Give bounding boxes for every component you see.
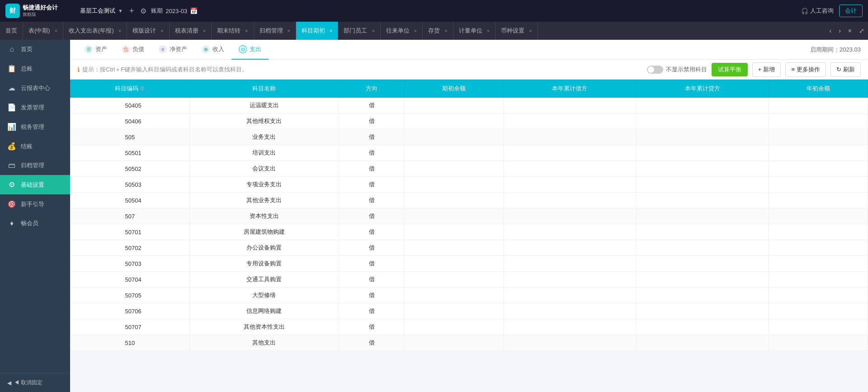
tab-template-label: 模版设计 [132, 27, 156, 35]
tab-template[interactable]: 模版设计 × [127, 22, 169, 40]
sidebar-item-checkout[interactable]: 💰 结账 [0, 137, 70, 156]
cell-direction: 借 [339, 177, 404, 193]
home-icon: ⌂ [7, 45, 16, 53]
table-row[interactable]: 50703 专用设备购置 借 [71, 256, 868, 272]
table-row[interactable]: 50701 房屋建筑物购建 借 [71, 224, 868, 240]
cell-direction: 借 [339, 193, 404, 208]
invoice-icon: 📄 [7, 103, 16, 112]
sub-tab-net-asset[interactable]: ≡ 净资产 [151, 40, 194, 60]
cell-year-opening [769, 145, 868, 161]
settings-icon[interactable]: ⚙ [140, 7, 146, 15]
tab-bs-period[interactable]: 表(中期) × [23, 22, 63, 40]
sidebar-item-ledger[interactable]: 📋 总账 [0, 59, 70, 78]
tab-dept-close[interactable]: × [372, 28, 374, 33]
support-button[interactable]: 🎧 人工咨询 [801, 7, 834, 15]
tab-unit-close[interactable]: × [487, 28, 490, 33]
sidebar-item-reports[interactable]: ☁ 云报表中心 [0, 78, 70, 98]
table-row[interactable]: 50503 专项业务支出 借 [71, 177, 868, 193]
refresh-icon: ↻ [836, 66, 841, 73]
tab-partner[interactable]: 往来单位 × [381, 22, 423, 40]
tab-dept[interactable]: 部门员工 × [338, 22, 380, 40]
table-row[interactable]: 50704 交通工具购置 借 [71, 272, 868, 288]
cell-opening [405, 208, 504, 224]
toolbar-right: 不显示禁用科目 试算平衡 + 新增 ≡ 更多操作 ↻ 刷新 [647, 62, 861, 77]
sidebar-item-guide[interactable]: 🎯 新手引导 [0, 194, 70, 214]
table-row[interactable]: 50706 信息网络购建 借 [71, 303, 868, 319]
tab-partner-close[interactable]: × [414, 28, 417, 33]
tab-template-close[interactable]: × [160, 28, 163, 33]
sidebar-item-tax[interactable]: 📊 税务管理 [0, 117, 70, 137]
switch-control[interactable] [647, 66, 663, 74]
table-row[interactable]: 50707 其他资本性支出 借 [71, 319, 868, 335]
cell-direction: 借 [339, 113, 404, 129]
tab-income-year-label: 收入支出表(年报) [69, 27, 114, 35]
tab-prev-button[interactable]: ‹ [826, 22, 835, 40]
add-button[interactable]: + 新增 [752, 62, 781, 77]
tab-next-button[interactable]: › [835, 22, 844, 40]
sidebar-collapse-button[interactable]: ◀ ◀ 取消固定 [0, 373, 70, 392]
sidebar-ledger-label: 总账 [21, 65, 33, 73]
sidebar-item-home[interactable]: ⌂ 首页 [0, 40, 70, 59]
cell-ytd-credit [636, 193, 769, 208]
sidebar-item-settings[interactable]: ⚙ 基础设置 [0, 175, 70, 194]
column-settings-icon[interactable]: ⚙ [140, 85, 145, 92]
table-row[interactable]: 50504 其他业务支出 借 [71, 193, 868, 208]
cell-name: 专用设备购置 [189, 256, 339, 272]
tab-archive-close[interactable]: × [288, 28, 290, 33]
cell-ytd-debit [504, 161, 636, 177]
tab-income-year-close[interactable]: × [118, 28, 121, 33]
sub-tab-liability[interactable]: 负 负债 [114, 40, 151, 60]
sidebar-item-vip[interactable]: ♦ 畅会员 [0, 214, 70, 233]
tab-inventory-close[interactable]: × [444, 28, 447, 33]
tab-currency[interactable]: 币种设置 × [495, 22, 538, 40]
settings-sidebar-icon: ⚙ [7, 180, 16, 189]
table-row[interactable]: 50405 运温暖支出 借 [71, 98, 868, 113]
toggle-disabled-switch[interactable]: 不显示禁用科目 [647, 66, 707, 74]
sub-tab-expense[interactable]: ⊙ 支出 [231, 40, 269, 60]
tab-currency-close[interactable]: × [529, 28, 532, 33]
cell-name: 其他业务支出 [189, 193, 339, 208]
add-company-button[interactable]: + [127, 6, 136, 16]
tab-subject-init-close[interactable]: × [330, 28, 332, 33]
table-row[interactable]: 50406 其他维权支出 借 [71, 113, 868, 129]
calendar-icon[interactable]: 📅 [190, 7, 198, 14]
tab-unit[interactable]: 计量单位 × [453, 22, 495, 40]
tab-tax[interactable]: 税表清册 × [170, 22, 212, 40]
period-label: 账期 [151, 7, 163, 15]
sub-tab-asset[interactable]: 资 资产 [77, 40, 114, 60]
tab-tax-close[interactable]: × [203, 28, 206, 33]
company-selector[interactable]: 基层工会测试 ▼ [80, 7, 123, 15]
table-row[interactable]: 510 其他支出 借 [71, 335, 868, 351]
tab-archive[interactable]: 归档管理 × [254, 22, 296, 40]
tab-inventory[interactable]: 存货 × [423, 22, 453, 40]
tab-bar: 首页 表(中期) × 收入支出表(年报) × 模版设计 × 税表清册 × 期末结… [0, 22, 868, 40]
tab-close-all-button[interactable]: × [844, 22, 855, 40]
tab-period-end-label: 期末结转 [217, 27, 241, 35]
table-row[interactable]: 50705 大型修缮 借 [71, 288, 868, 303]
table-row[interactable]: 50501 培训支出 借 [71, 145, 868, 161]
tab-expand-button[interactable]: ⤢ [855, 22, 868, 40]
tab-period-end-close[interactable]: × [245, 28, 248, 33]
sub-tab-income[interactable]: ⊕ 收入 [194, 40, 231, 60]
account-button[interactable]: 会计 [839, 5, 863, 17]
vip-icon: ♦ [7, 219, 16, 227]
calculate-button[interactable]: 试算平衡 [712, 63, 748, 76]
tab-income-year[interactable]: 收入支出表(年报) × [63, 22, 127, 40]
cell-code: 505 [71, 129, 190, 145]
collapse-icon: ◀ [7, 380, 11, 386]
sidebar-item-invoice[interactable]: 📄 发票管理 [0, 98, 70, 117]
table-row[interactable]: 50502 会议支出 借 [71, 161, 868, 177]
table-row[interactable]: 505 业务支出 借 [71, 129, 868, 145]
refresh-button[interactable]: ↻ 刷新 [830, 62, 861, 77]
more-button[interactable]: ≡ 更多操作 [785, 62, 826, 77]
tab-subject-init[interactable]: 科目期初 × [296, 22, 338, 40]
cell-direction: 借 [339, 272, 404, 288]
sub-tab-income-label: 收入 [212, 45, 224, 53]
tab-home[interactable]: 首页 [0, 22, 23, 40]
tab-period-end[interactable]: 期末结转 × [212, 22, 254, 40]
table-row[interactable]: 50702 办公设备购置 借 [71, 240, 868, 256]
table-row[interactable]: 507 资本性支出 借 [71, 208, 868, 224]
sidebar-item-archive[interactable]: 🗃 归档管理 [0, 156, 70, 175]
cell-ytd-debit [504, 303, 636, 319]
tab-bs-period-close[interactable]: × [55, 28, 57, 33]
